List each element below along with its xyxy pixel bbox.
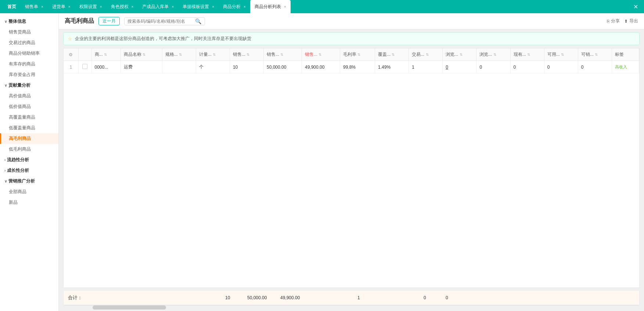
close-icon[interactable]: × — [212, 5, 214, 9]
filter-month-button[interactable]: 近一月 — [98, 17, 120, 25]
sidebar-item-new-products[interactable]: 新品 — [0, 197, 58, 208]
stock-saleable-column-header[interactable]: 可销... ⇅ — [578, 48, 612, 61]
sort-icon: ⇅ — [493, 53, 496, 57]
chevron-right-icon: › — [4, 169, 6, 173]
nav-tab-product-analysis-list[interactable]: 商品分析列表 × — [250, 0, 291, 13]
sidebar-group-trend[interactable]: › 流趋性分析 — [0, 155, 58, 165]
close-icon[interactable]: × — [41, 5, 43, 9]
sidebar-item-low-coverage[interactable]: 低覆盖量商品 — [0, 123, 58, 133]
export-button[interactable]: ⬆ 导出 — [624, 18, 638, 24]
sidebar-item-in-stock[interactable]: 有库存的商品 — [0, 59, 58, 69]
nav-tab-role[interactable]: 角色授权 × — [107, 0, 138, 13]
row-views1[interactable]: 0 — [443, 61, 476, 73]
nav-tab-product-analysis[interactable]: 商品分析 × — [219, 0, 250, 13]
horizontal-scrollbar[interactable] — [63, 305, 640, 310]
sidebar-group-growth[interactable]: › 成长性分析 — [0, 165, 58, 176]
views2-column-header[interactable]: 浏览... ⇅ — [476, 48, 510, 61]
sort-icon: ⇅ — [426, 53, 429, 57]
search-input[interactable] — [127, 19, 194, 24]
views1-column-header[interactable]: 浏览... ⇅ — [443, 48, 476, 61]
name-column-header[interactable]: 商品名称 ⇅ — [120, 48, 162, 61]
sidebar-item-high-value[interactable]: 高价值商品 — [0, 91, 58, 101]
settings-column-header[interactable]: ⚙ — [64, 48, 78, 61]
sort-icon: ⇅ — [143, 53, 145, 57]
table-footer: 合计： 10 50,000.00 49,900.00 1 0 0 — [63, 291, 640, 305]
main-layout: 《 ∨ 整体信息 销售货商品 交易过的商品 商品分销助销率 有库存的商品 库存资… — [0, 13, 644, 311]
row-num: 1 — [64, 61, 78, 73]
close-icon[interactable]: × — [132, 5, 134, 9]
sidebar-collapse-button[interactable]: 《 — [58, 155, 59, 170]
sidebar-item-traded-goods[interactable]: 交易过的商品 — [0, 37, 58, 48]
stock-current-column-header[interactable]: 现有... ⇅ — [510, 48, 544, 61]
footer-label: 合计： — [68, 294, 90, 301]
sort-icon: ⇅ — [213, 53, 216, 57]
unit-column-header[interactable]: 计量... ⇅ — [196, 48, 230, 61]
search-icon[interactable]: 🔍 — [195, 18, 201, 24]
sidebar-group-overall[interactable]: ∨ 整体信息 — [0, 16, 58, 27]
close-icon[interactable]: × — [244, 5, 246, 9]
sort-icon: ⇅ — [460, 53, 463, 57]
spec-column-header[interactable]: 规格... ⇅ — [162, 48, 196, 61]
sales-profit-column-header[interactable]: 销售... ⇅ — [302, 48, 340, 61]
gross-margin-column-header[interactable]: 毛利率 ⇅ — [340, 48, 375, 61]
sidebar-item-high-margin[interactable]: 高毛利商品 — [0, 133, 58, 144]
row-coverage: 1.49% — [375, 61, 409, 73]
close-icon[interactable]: × — [100, 5, 102, 9]
sidebar-group-contribution[interactable]: ∨ 贡献量分析 — [0, 80, 58, 91]
table-container[interactable]: ⚙ 商... ⇅ 商品名称 ⇅ 规格... ⇅ — [63, 48, 640, 288]
row-views2: 0 — [476, 61, 510, 73]
footer-cells: 10 50,000.00 49,900.00 1 0 0 — [90, 294, 635, 302]
checkbox-column-header — [78, 48, 91, 61]
sidebar-item-distribution-rate[interactable]: 商品分销助销率 — [0, 48, 58, 59]
close-icon[interactable]: × — [68, 5, 71, 9]
scrollbar-thumb[interactable] — [93, 305, 166, 310]
row-stock-saleable: 0 — [578, 61, 612, 73]
sidebar-group-marketing[interactable]: ∨ 营销推广分析 — [0, 176, 58, 187]
top-nav-bar: 首页 销售单 × 进货单 × 权限设置 × 角色授权 × 产成品入库单 × 单据… — [0, 0, 644, 13]
sidebar-item-low-margin[interactable]: 低毛利商品 — [0, 144, 58, 155]
footer-spacer8 — [399, 294, 421, 302]
row-gross-margin: 99.8% — [340, 61, 375, 73]
window-close-button[interactable]: ✕ — [630, 3, 641, 10]
row-stock-available: 0 — [544, 61, 578, 73]
footer-sales-profit: 49,900.00 — [277, 294, 310, 302]
sort-icon: ⇅ — [247, 53, 249, 57]
sidebar-item-high-coverage[interactable]: 高覆盖量商品 — [0, 112, 58, 123]
close-icon[interactable]: × — [284, 5, 286, 9]
footer-spacer2 — [119, 294, 149, 302]
footer-transaction: 1 — [355, 294, 377, 302]
footer-spacer1 — [90, 294, 119, 302]
checkbox-icon[interactable] — [82, 64, 87, 69]
sidebar-item-all-goods[interactable]: 全部商品 — [0, 187, 58, 197]
transaction-column-header[interactable]: 交易... ⇅ — [409, 48, 443, 61]
sales-qty-column-header[interactable]: 销售... ⇅ — [230, 48, 263, 61]
stock-available-column-header[interactable]: 可用... ⇅ — [544, 48, 578, 61]
share-button[interactable]: ⎘ 分享 — [607, 18, 620, 24]
sidebar-item-stock-capital[interactable]: 库存资金占用 — [0, 69, 58, 80]
sort-icon: ⇅ — [392, 53, 395, 57]
code-column-header[interactable]: 商... ⇅ — [91, 48, 120, 61]
nav-tab-purchase[interactable]: 进货单 × — [48, 0, 75, 13]
sort-icon: ⇅ — [357, 53, 360, 57]
sidebar-item-low-value[interactable]: 低价值商品 — [0, 101, 58, 112]
nav-tab-home[interactable]: 首页 — [3, 0, 21, 13]
row-sales-qty: 10 — [230, 61, 263, 73]
nav-tab-template[interactable]: 单据模板设置 × — [178, 0, 219, 13]
row-name: 运费 — [120, 61, 162, 73]
row-unit: 个 — [196, 61, 230, 73]
nav-tab-permission[interactable]: 权限设置 × — [75, 0, 107, 13]
header-actions: ⎘ 分享 ⬆ 导出 — [607, 18, 638, 24]
row-code: 0000... — [91, 61, 120, 73]
nav-tab-sales[interactable]: 销售单 × — [21, 0, 48, 13]
sort-icon: ⇅ — [319, 53, 321, 57]
nav-tab-product-entry[interactable]: 产成品入库单 × — [138, 0, 178, 13]
sales-amt-column-header[interactable]: 销售... ⇅ — [264, 48, 302, 61]
sort-icon: ⇅ — [280, 53, 283, 57]
data-table: ⚙ 商... ⇅ 商品名称 ⇅ 规格... ⇅ — [64, 48, 639, 73]
sidebar-item-sales-goods[interactable]: 销售货商品 — [0, 27, 58, 37]
coverage-column-header[interactable]: 覆盖... ⇅ — [375, 48, 409, 61]
sort-icon: ⇅ — [179, 53, 182, 57]
row-checkbox[interactable] — [78, 61, 91, 73]
row-tag: 高收入 — [612, 61, 639, 73]
close-icon[interactable]: × — [172, 5, 174, 9]
